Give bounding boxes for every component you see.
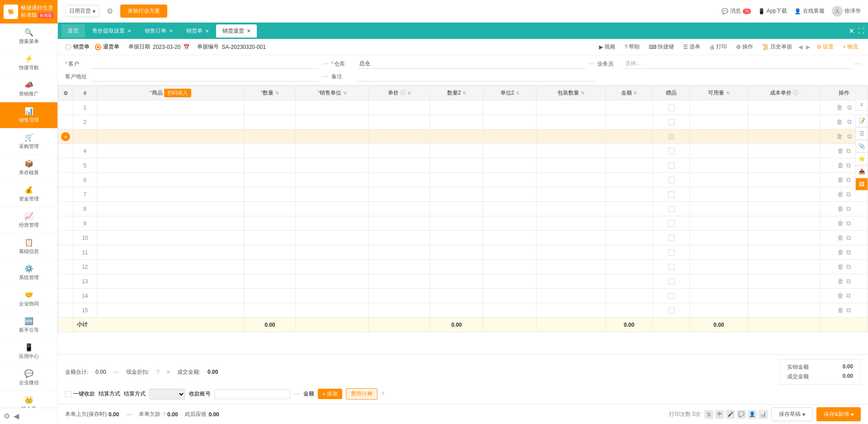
status-icon-mic[interactable]: 🎤	[726, 410, 735, 419]
sidebar-item-shortcut[interactable]: ⚡ 快捷导航	[0, 50, 57, 76]
remarks-input[interactable]	[358, 71, 595, 81]
copy-row-2-icon[interactable]: ⧉	[847, 118, 852, 125]
unit2-cell-1[interactable]	[483, 100, 537, 115]
header-gear-icon[interactable]: ⚙	[107, 7, 113, 15]
tab-delivery-close-icon[interactable]: ✕	[205, 29, 209, 33]
float-btn-8[interactable]: 🖼	[855, 178, 868, 191]
del-6[interactable]: 🗑	[837, 176, 844, 183]
copy-11[interactable]: ⧉	[846, 248, 851, 256]
tab-sales-delivery[interactable]: 销货单 ✕	[180, 24, 215, 38]
float-btn-7[interactable]: 📤	[855, 165, 868, 178]
settings-bottom-icon[interactable]: ⚙	[4, 412, 10, 420]
copy-row-1-icon[interactable]: ⧉	[847, 104, 852, 111]
discount-help-icon[interactable]: ?	[156, 369, 160, 375]
del-14[interactable]: 🗑	[837, 292, 844, 299]
del-8[interactable]: 🗑	[837, 205, 844, 212]
shortcut-btn[interactable]: ⌨ 快捷键	[646, 42, 677, 52]
message-button[interactable]: 💬 消息 70	[722, 7, 751, 15]
logistics-btn[interactable]: + 物流	[840, 42, 861, 52]
doc-date-value[interactable]: 2023-03-20	[153, 44, 180, 50]
address-input[interactable]	[91, 71, 319, 81]
customer-input[interactable]	[91, 59, 319, 69]
sidebar-item-marketing[interactable]: 📣 营销推广	[0, 76, 57, 102]
expense-split-btn[interactable]: 费用分摊	[346, 388, 377, 400]
qty-cell-1[interactable]	[244, 100, 296, 115]
print-btn[interactable]: 🖨 打印	[707, 42, 730, 52]
product-cell-1[interactable]	[97, 100, 244, 115]
hist-debt-help-icon[interactable]: ?	[162, 411, 165, 418]
copy-10[interactable]: ⧉	[846, 234, 851, 241]
price-cell-1[interactable]	[369, 100, 430, 115]
copy-4[interactable]: ⧉	[846, 147, 851, 154]
radio-sale[interactable]: 销货单	[65, 43, 90, 51]
copy-6[interactable]: ⧉	[846, 176, 851, 183]
status-icon-s[interactable]: S	[704, 410, 713, 419]
sidebar-item-finance[interactable]: 💰 资金管理	[0, 181, 57, 207]
del-15[interactable]: 🗑	[837, 306, 844, 314]
copy-13[interactable]: ⧉	[846, 277, 851, 285]
del-11[interactable]: 🗑	[837, 248, 844, 256]
status-icon-zhong[interactable]: 中	[715, 410, 724, 419]
tab-home[interactable]: 首页	[61, 24, 85, 38]
sidebar-item-operation[interactable]: 📈 经营管理	[0, 207, 57, 233]
sidebar-item-guide[interactable]: 🆕 新手引导	[0, 312, 57, 338]
price-sort-icon[interactable]: ⇅	[407, 91, 411, 95]
calc-method-select[interactable]	[149, 389, 185, 400]
next-btn[interactable]: ▶	[806, 44, 810, 50]
amount-sort-icon[interactable]: ⇅	[633, 91, 637, 95]
help-btn[interactable]: ? 帮助	[622, 42, 642, 52]
expense-help-icon[interactable]: ?	[381, 391, 384, 397]
unit-sort-icon[interactable]: ⇅	[343, 91, 347, 95]
copy-7[interactable]: ⧉	[846, 191, 851, 198]
status-icon-person[interactable]: 👤	[748, 410, 757, 419]
status-icon-chart[interactable]: 📊	[759, 410, 768, 419]
del-9[interactable]: 🗑	[837, 219, 844, 227]
app-download-button[interactable]: 📱 App下载	[758, 7, 787, 15]
gift-cb-1[interactable]	[668, 105, 675, 111]
collapse-icon[interactable]: ◀	[14, 412, 19, 420]
video-btn[interactable]: ▶ 视频	[596, 42, 618, 52]
sidebar-item-inventory[interactable]: 📦 库存核算	[0, 155, 57, 181]
account-input[interactable]	[214, 389, 290, 399]
sidebar-item-app[interactable]: 📱 应用中心	[0, 338, 57, 365]
delete-row-3-icon[interactable]: 🗑	[836, 133, 843, 140]
copy-15[interactable]: ⧉	[846, 306, 851, 314]
industry-dropdown[interactable]: 日用百货 ▾	[65, 5, 99, 17]
copy-row-3-icon[interactable]: ⧉	[847, 133, 852, 140]
one-click-payment-cb[interactable]: 一键收款	[65, 390, 95, 398]
tab-price-setting[interactable]: 售价提取设置 ✕	[86, 24, 137, 38]
gift-cb-3[interactable]	[668, 133, 675, 140]
scan-input-btn[interactable]: 扫码录入	[164, 89, 191, 97]
unit2-sort-icon[interactable]: ⇅	[516, 91, 519, 95]
salesperson-input[interactable]: 选择...	[623, 59, 851, 69]
sidebar-item-search[interactable]: 🔍 搜索菜单	[0, 24, 57, 50]
warehouse-input[interactable]: 总仓	[358, 59, 585, 69]
float-btn-4[interactable]: ☰	[855, 127, 868, 140]
status-icon-chat[interactable]: 💬	[737, 410, 746, 419]
tab-sales-order[interactable]: 销售订单 ✕	[138, 24, 179, 38]
delete-row-1-icon[interactable]: 🗑	[836, 104, 843, 111]
copy-14[interactable]: ⧉	[846, 292, 851, 299]
save-new-btn[interactable]: 保存&新增 ▾	[816, 407, 861, 421]
th-gear[interactable]: ⚙	[58, 86, 73, 100]
sidebar-item-wechat[interactable]: 💬 企业微信	[0, 365, 57, 391]
del-10[interactable]: 🗑	[837, 234, 844, 241]
online-service-button[interactable]: 👤 在线客服	[794, 7, 825, 15]
del-13[interactable]: 🗑	[837, 277, 844, 285]
copy-12[interactable]: ⧉	[846, 263, 851, 270]
float-btn-5[interactable]: 📎	[855, 140, 868, 152]
delete-row-2-icon[interactable]: 🗑	[836, 118, 843, 125]
amount-cell-1[interactable]	[605, 100, 653, 115]
avail-sort-icon[interactable]: ⇅	[726, 91, 730, 95]
salesperson-more-icon[interactable]: ···	[855, 60, 861, 68]
copy-8[interactable]: ⧉	[846, 205, 851, 212]
sidebar-item-purchase[interactable]: 🛒 采购管理	[0, 129, 57, 155]
tab-bar-close-icon[interactable]: ✕	[849, 27, 854, 35]
experience-button[interactable]: 体验行业方案	[120, 5, 167, 18]
add-row-btn[interactable]: +	[61, 132, 70, 141]
tab-price-close-icon[interactable]: ✕	[127, 29, 131, 33]
save-draft-btn[interactable]: 保存草稿 ▾	[771, 407, 813, 421]
user-profile-button[interactable]: 人 徐泽华	[832, 6, 861, 17]
gear-column-icon[interactable]: ⚙	[63, 90, 68, 96]
qty2-sort-icon[interactable]: ⇅	[462, 91, 466, 95]
